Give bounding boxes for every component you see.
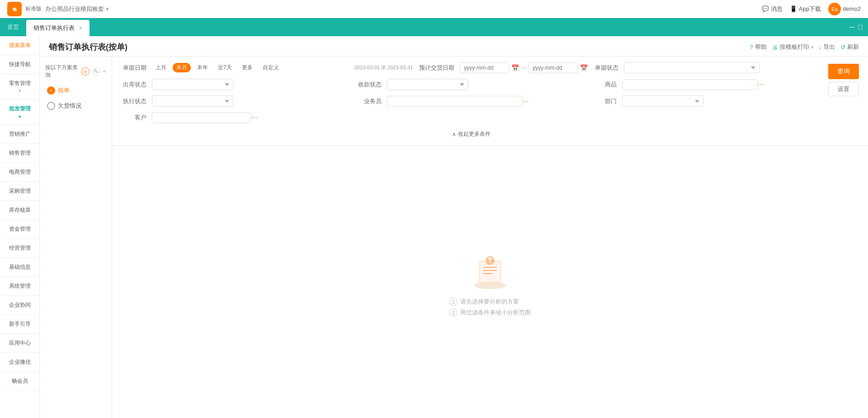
date-btn-this-month[interactable]: 本月 [173,63,191,72]
customer-input[interactable] [152,112,251,123]
date-separator: — [521,64,527,71]
sidebar-item-enterprise-wechat[interactable]: 企业微信 [0,353,39,372]
left-panel-item-按单[interactable]: ✓ 按单 [40,83,112,98]
date-btn-custom[interactable]: 自定义 [259,63,283,72]
user-menu[interactable]: Ea demo2 [828,3,861,15]
breadcrumb-dropdown-icon[interactable]: ▾ [106,5,109,12]
filter-container: 单据日期 上月 本月 本年 近7天 更多 自定义 [121,62,859,140]
export-button[interactable]: ↓ 导出 [819,43,835,51]
export-icon: ↓ [819,44,822,51]
delivery-status-select[interactable] [152,79,233,90]
expected-delivery-label: 预计交货日期 [418,64,454,72]
collapse-button[interactable]: ∧ 收起更多条件 [121,128,821,140]
header-actions: ? 帮助 🖨 按模板打印 ▾ ↓ 导出 ↺ 刷新 [750,43,859,51]
payment-status-wrapper [387,79,586,90]
欠货情况-label: 欠货情况 [58,102,81,110]
sidebar-item-app-center[interactable]: 应用中心 [0,334,39,353]
sidebar-item-quick-nav[interactable]: 快捷导航 [0,55,39,74]
empty-tip-2-text: 用过滤条件来缩小分析范围 [460,309,531,317]
date-button-group: 上月 本月 本年 近7天 更多 自定义 [152,63,349,72]
search-button[interactable]: 查询 [828,64,859,79]
maximize-icon[interactable]: □ [858,23,863,31]
payment-status-label: 收款状态 [356,81,382,89]
avatar: Ea [828,3,841,15]
add-plan-icon[interactable]: + [81,67,90,76]
date-btn-last-7-days[interactable]: 近7天 [214,63,236,72]
minimize-icon[interactable]: ─ [849,23,854,31]
salesperson-input[interactable] [387,96,523,107]
tab-home[interactable]: 首页 [0,18,26,36]
refresh-icon: ↺ [840,44,845,51]
collapse-panel-icon[interactable]: « [103,67,106,76]
expected-delivery-end-input[interactable] [528,62,578,73]
sidebar-item-wholesale-mgmt[interactable]: 批发管理 ▴ [0,100,39,125]
salesperson-wrapper: ··· [387,96,586,107]
sidebar-item-search-menu[interactable]: 搜索菜单 [0,36,39,55]
breadcrumb-text: 办公用品行业模拟账套 [45,5,104,13]
date-btn-last-month[interactable]: 上月 [152,63,170,72]
app-download-button[interactable]: 📱 App下载 [790,5,821,13]
sidebar-item-new-guide[interactable]: 新手引导 [0,315,39,334]
help-icon: ? [750,44,753,51]
sidebar-item-ecommerce-mgmt[interactable]: 电商管理 [0,163,39,182]
filter-main: 单据日期 上月 本月 本年 近7天 更多 自定义 [121,62,821,140]
left-panel-header: 按以下方案查询 + ✎ « [40,60,112,83]
sidebar-item-marketing[interactable]: 营销推广 [0,125,39,144]
customer-more-icon[interactable]: ··· [251,114,257,122]
department-label: 部门 [591,97,617,105]
topbar-right: 💬 消息 📱 App下载 Ea demo2 [762,3,861,15]
sidebar-item-sales-mgmt[interactable]: 销售管理 [0,144,39,163]
customer-wrapper: ··· [152,112,278,123]
date-btn-this-year[interactable]: 本年 [193,63,212,72]
order-status-wrapper [624,62,821,73]
tab-home-label: 首页 [7,23,19,31]
retail-mgmt-chevron: ▾ [19,88,21,93]
inventory-check-label: 库存核算 [0,206,39,214]
goods-more-icon[interactable]: ··· [758,81,764,89]
body-area: 按以下方案查询 + ✎ « ✓ 按单 欠货情况 [40,57,868,418]
salesperson-label: 业务员 [356,97,382,105]
sidebar-item-operations-mgmt[interactable]: 经营管理 [0,239,39,258]
sidebar-item-retail-mgmt[interactable]: 零售管理 ▾ [0,74,39,100]
page-header: 销售订单执行表(按单) ? 帮助 🖨 按模板打印 ▾ ↓ 导出 ↺ 刷新 [40,36,868,57]
message-icon: 💬 [762,5,769,12]
message-button[interactable]: 💬 消息 [762,5,783,13]
sidebar-item-inventory-check[interactable]: 库存核算 [0,201,39,220]
sidebar-item-base-info[interactable]: 基础信息 [0,258,39,277]
goods-label: 商品 [591,81,617,89]
payment-status-select[interactable] [387,79,468,90]
order-status-select[interactable] [624,62,760,73]
left-panel-title: 按以下方案查询 [45,64,81,79]
quick-nav-label: 快捷导航 [0,61,39,68]
date-label: 单据日期 [121,64,146,72]
expected-delivery-start-input[interactable] [460,62,509,73]
settings-button[interactable]: 设置 [828,82,859,96]
sales-mgmt-label: 销售管理 [0,149,39,157]
sidebar-item-membership[interactable]: 畅会员 [0,372,39,391]
tab-sales-order-execution[interactable]: 销售订单执行表 × [26,20,90,36]
tip-num-2: 2 [449,309,458,317]
print-button[interactable]: 🖨 按模板打印 ▾ [772,43,813,51]
left-panel-item-欠货情况[interactable]: 欠货情况 [40,98,112,114]
date-btn-more[interactable]: 更多 [238,63,256,72]
help-button[interactable]: ? 帮助 [750,43,766,51]
sidebar-item-system-mgmt[interactable]: 系统管理 [0,277,39,296]
sidebar-item-purchase-mgmt[interactable]: 采购管理 [0,182,39,201]
help-label: 帮助 [755,43,767,51]
sidebar-item-finance-mgmt[interactable]: 资金管理 [0,220,39,239]
wholesale-mgmt-chevron: ▴ [19,114,21,119]
refresh-button[interactable]: ↺ 刷新 [840,43,859,51]
tab-close-icon[interactable]: × [79,25,82,31]
tabbar: 首页 销售订单执行表 × ─ □ [0,18,868,36]
execution-status-select[interactable] [152,95,233,107]
ecommerce-mgmt-label: 电商管理 [0,168,39,176]
filter-row-3: 执行状态 业务员 ··· [121,95,821,107]
topbar-left: 畅 标准版 办公用品行业模拟账套 ▾ [7,2,109,16]
sidebar-item-enterprise-collab[interactable]: 企业协同 [0,296,39,315]
department-select[interactable] [622,95,703,107]
app-download-icon: 📱 [790,5,797,12]
edit-plan-icon[interactable]: ✎ [92,67,100,76]
page-title: 销售订单执行表(按单) [49,42,127,52]
salesperson-more-icon[interactable]: ··· [523,97,528,105]
goods-input[interactable] [622,79,758,90]
